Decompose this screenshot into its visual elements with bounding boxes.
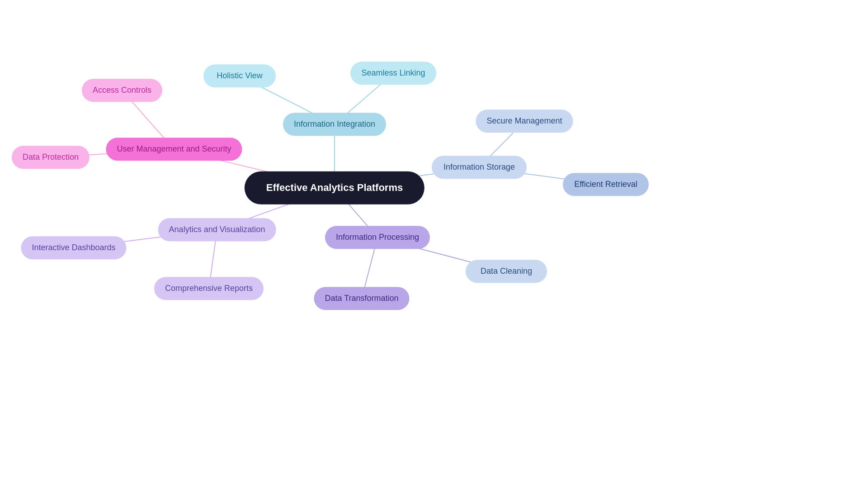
efficient-retrieval-node[interactable]: Efficient Retrieval (563, 173, 649, 196)
holistic-view-node[interactable]: Holistic View (203, 64, 276, 87)
comprehensive-reports-node[interactable]: Comprehensive Reports (154, 277, 264, 300)
data-protection-node[interactable]: Data Protection (12, 146, 90, 169)
information-storage-node[interactable]: Information Storage (432, 156, 527, 179)
seamless-linking-node[interactable]: Seamless Linking (350, 62, 436, 85)
user-management-node[interactable]: User Management and Security (106, 138, 242, 161)
analytics-visualization-node[interactable]: Analytics and Visualization (158, 218, 276, 241)
information-integration-node[interactable]: Information Integration (283, 113, 386, 136)
information-processing-node[interactable]: Information Processing (325, 226, 430, 249)
access-controls-node[interactable]: Access Controls (82, 79, 162, 102)
data-transformation-node[interactable]: Data Transformation (314, 287, 409, 310)
center-node[interactable]: Effective Analytics Platforms (245, 171, 425, 205)
interactive-dashboards-node[interactable]: Interactive Dashboards (21, 236, 126, 259)
secure-management-node[interactable]: Secure Management (476, 109, 573, 133)
data-cleaning-node[interactable]: Data Cleaning (466, 260, 547, 283)
